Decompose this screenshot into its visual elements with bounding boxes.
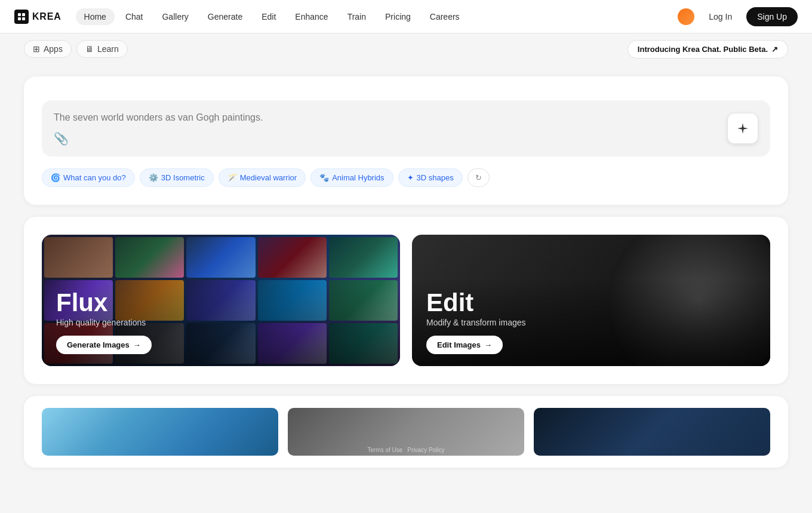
terms-bar: Terms of Use Privacy Policy: [367, 447, 444, 453]
logo-icon: [14, 10, 29, 24]
bottom-card-2[interactable]: Terms of Use Privacy Policy: [288, 408, 524, 456]
nav-careers[interactable]: Careers: [422, 8, 468, 25]
bottom-card-3[interactable]: [534, 408, 770, 456]
flux-card-content: Flux High quality generations Generate I…: [42, 278, 400, 366]
chip-shapes-emoji: ✦: [407, 173, 414, 182]
sparkle-icon: [736, 122, 749, 135]
search-submit-button[interactable]: [727, 113, 758, 144]
main-nav: KREA Home Chat Gallery Generate Edit Enh…: [0, 0, 812, 33]
privacy-policy[interactable]: Privacy Policy: [407, 447, 444, 453]
flux-tile-4: [258, 237, 327, 278]
edit-title: Edit: [426, 290, 756, 315]
terms-of-use[interactable]: Terms of Use: [367, 447, 402, 453]
nav-actions: Log In Sign Up: [678, 7, 798, 26]
nav-chat[interactable]: Chat: [117, 8, 152, 25]
svg-rect-1: [22, 13, 25, 16]
nav-home[interactable]: Home: [76, 8, 115, 25]
chip-what[interactable]: 🌀 What can you do?: [42, 168, 135, 187]
edit-card-content: Edit Modify & transform images Edit Imag…: [412, 278, 770, 366]
flux-tile-1: [44, 237, 113, 278]
flux-title: Flux: [56, 290, 386, 315]
apps-label: Apps: [44, 44, 63, 54]
nav-generate[interactable]: Generate: [199, 8, 251, 25]
logo[interactable]: KREA: [14, 10, 61, 24]
nav-pricing[interactable]: Pricing: [377, 8, 419, 25]
chip-medieval-label: Medieval warrior: [240, 173, 297, 182]
search-box: The seven world wonders as van Gogh pain…: [42, 100, 770, 156]
chip-refresh[interactable]: ↻: [467, 168, 490, 187]
svg-rect-2: [18, 17, 21, 20]
monitor-icon: 🖥: [85, 44, 94, 54]
main-content: The seven world wonders as van Gogh pain…: [0, 64, 812, 492]
chip-3d-iso[interactable]: ⚙️ 3D Isometric: [140, 168, 214, 187]
nav-links: Home Chat Gallery Generate Edit Enhance …: [76, 8, 678, 25]
generate-images-button[interactable]: Generate Images →: [56, 336, 152, 354]
bottom-card-1[interactable]: [42, 408, 278, 456]
suggestion-chips: 🌀 What can you do? ⚙️ 3D Isometric 🪄 Med…: [42, 168, 770, 187]
chip-shapes-label: 3D shapes: [417, 173, 454, 182]
chip-what-emoji: 🌀: [51, 173, 60, 182]
nav-enhance[interactable]: Enhance: [287, 8, 336, 25]
edit-arrow-icon: →: [484, 340, 492, 349]
nav-train[interactable]: Train: [339, 8, 374, 25]
search-card: The seven world wonders as van Gogh pain…: [24, 76, 788, 205]
flux-tile-2: [115, 237, 184, 278]
grid-icon: ⊞: [33, 44, 40, 54]
attach-icon[interactable]: 📎: [54, 131, 727, 146]
logo-text: KREA: [32, 11, 61, 22]
chip-medieval[interactable]: 🪄 Medieval warrior: [219, 168, 306, 187]
cards-grid: Flux High quality generations Generate I…: [42, 235, 770, 366]
chip-animal-label: Animal Hybrids: [332, 173, 384, 182]
chip-3diso-label: 3D Isometric: [161, 173, 205, 182]
apps-nav-item[interactable]: ⊞ Apps: [24, 40, 72, 58]
chip-shapes[interactable]: ✦ 3D shapes: [398, 168, 463, 187]
chip-medieval-emoji: 🪄: [227, 173, 237, 182]
search-box-left: The seven world wonders as van Gogh pain…: [54, 111, 727, 146]
banner-text: Introducing Krea Chat. Public Beta.: [638, 45, 768, 54]
nav-gallery[interactable]: Gallery: [153, 8, 196, 25]
chip-3diso-emoji: ⚙️: [149, 173, 158, 182]
banner-pill[interactable]: Introducing Krea Chat. Public Beta. ↗: [628, 40, 788, 59]
login-button[interactable]: Log In: [702, 8, 739, 25]
learn-nav-item[interactable]: 🖥 Learn: [76, 40, 128, 58]
nav-edit[interactable]: Edit: [253, 8, 284, 25]
bottom-section: Terms of Use Privacy Policy: [24, 396, 788, 468]
svg-rect-0: [18, 13, 21, 16]
chip-animal[interactable]: 🐾 Animal Hybrids: [310, 168, 393, 187]
secondary-nav: ⊞ Apps 🖥 Learn Introducing Krea Chat. Pu…: [0, 33, 812, 64]
feature-cards-section: Flux High quality generations Generate I…: [24, 217, 788, 384]
banner-arrow-icon: ↗: [771, 45, 778, 54]
bottom-cards-grid: Terms of Use Privacy Policy: [42, 408, 770, 456]
edit-images-button[interactable]: Edit Images →: [426, 336, 503, 354]
avatar[interactable]: [678, 8, 694, 25]
signup-button[interactable]: Sign Up: [746, 7, 798, 26]
learn-label: Learn: [97, 44, 119, 54]
chip-what-label: What can you do?: [63, 173, 126, 182]
generate-images-label: Generate Images: [67, 340, 130, 349]
edit-card[interactable]: Edit Modify & transform images Edit Imag…: [412, 235, 770, 366]
edit-images-label: Edit Images: [437, 340, 481, 349]
flux-card[interactable]: Flux High quality generations Generate I…: [42, 235, 400, 366]
search-placeholder-text: The seven world wonders as van Gogh pain…: [54, 111, 727, 124]
generate-arrow-icon: →: [133, 340, 141, 349]
flux-subtitle: High quality generations: [56, 318, 386, 327]
flux-tile-3: [186, 237, 255, 278]
refresh-icon: ↻: [475, 173, 482, 182]
edit-subtitle: Modify & transform images: [426, 318, 756, 327]
chip-animal-emoji: 🐾: [319, 173, 329, 182]
flux-tile-5: [329, 237, 398, 278]
svg-rect-3: [22, 17, 25, 20]
